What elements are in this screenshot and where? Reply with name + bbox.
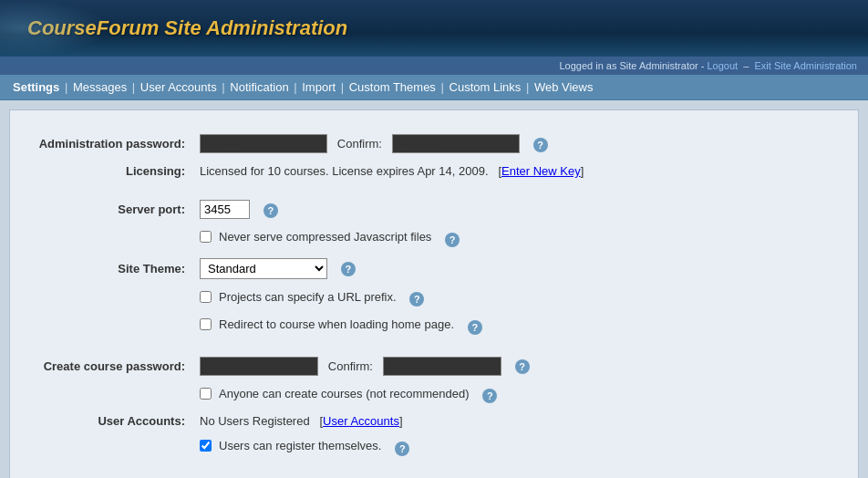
site-theme-help-icon[interactable]: ? — [341, 262, 356, 276]
anyone-create-row: Anyone can create courses (not recommend… — [28, 381, 840, 410]
content-area: Administration password: Confirm: ? Lice… — [9, 109, 859, 478]
confirm-label: Confirm: — [337, 137, 382, 151]
anyone-create-cell: Anyone can create courses (not recommend… — [192, 381, 840, 410]
spacer-1 — [28, 183, 840, 194]
url-prefix-row: Projects can specify a URL prefix. ? — [28, 285, 840, 313]
redirect-cell: Redirect to course when loading home pag… — [192, 312, 840, 340]
licensing-text: Licensed for 10 courses. License expires… — [200, 164, 489, 178]
admin-confirm-input[interactable] — [392, 134, 520, 153]
admin-password-label: Administration password: — [28, 129, 192, 159]
top-bar: Logged in as Site Administrator - Logout… — [0, 57, 868, 75]
user-accounts-link[interactable]: User Accounts — [323, 414, 399, 428]
create-course-pwd-row: Create course password: Confirm: ? — [28, 351, 840, 381]
never-compress-cell: Never serve compressed Javascript files … — [192, 224, 840, 253]
no-users-text: No Users Registered — [200, 414, 310, 428]
create-course-pwd-input[interactable] — [200, 357, 318, 376]
nav-web-views[interactable]: Web Views — [534, 80, 594, 94]
create-course-confirm-label: Confirm: — [328, 359, 373, 373]
url-prefix-help-icon[interactable]: ? — [409, 292, 424, 307]
create-course-help-icon[interactable]: ? — [515, 359, 530, 374]
url-prefix-cell: Projects can specify a URL prefix. ? — [192, 285, 840, 313]
server-port-help-icon[interactable]: ? — [264, 203, 278, 218]
exit-site-admin-link[interactable]: Exit Site Administration — [755, 60, 858, 71]
user-accounts-label: User Accounts: — [28, 409, 192, 433]
users-register-row: Users can register themselves. ? — [28, 433, 840, 462]
nav-custom-links[interactable]: Custom Links — [450, 80, 522, 94]
licensing-label: Licensing: — [28, 159, 192, 183]
licensing-value-cell: Licensed for 10 courses. License expires… — [192, 159, 840, 183]
admin-password-help-icon[interactable]: ? — [533, 138, 548, 152]
users-register-label[interactable]: Users can register themselves. — [200, 439, 381, 452]
header: CourseForum Site Administration — [0, 0, 868, 57]
site-theme-value-cell: Standard Blue Green Red ? — [192, 253, 840, 285]
anyone-create-help-icon[interactable]: ? — [482, 389, 497, 403]
redirect-label[interactable]: Redirect to course when loading home pag… — [200, 317, 454, 331]
site-theme-select[interactable]: Standard Blue Green Red — [200, 258, 327, 279]
server-port-input[interactable] — [200, 200, 250, 219]
enter-new-key-link[interactable]: Enter New Key — [501, 164, 581, 178]
users-register-help-icon[interactable]: ? — [395, 442, 409, 456]
enter-new-key-bracket: [Enter New Key] — [498, 164, 584, 178]
create-course-pwd-cell: Confirm: ? — [192, 351, 840, 381]
anyone-create-checkbox[interactable] — [200, 388, 212, 400]
nav-user-accounts[interactable]: User Accounts — [140, 80, 217, 94]
admin-password-row: Administration password: Confirm: ? — [28, 129, 840, 159]
url-prefix-label[interactable]: Projects can specify a URL prefix. — [200, 290, 397, 304]
nav-custom-themes[interactable]: Custom Themes — [349, 80, 436, 94]
server-port-row: Server port: ? — [28, 194, 840, 224]
redirect-help-icon[interactable]: ? — [468, 320, 482, 335]
nav-messages[interactable]: Messages — [73, 80, 127, 94]
redirect-row: Redirect to course when loading home pag… — [28, 312, 840, 340]
users-register-cell: Users can register themselves. ? — [192, 433, 840, 462]
never-compress-row: Never serve compressed Javascript files … — [28, 224, 840, 253]
nav-bar: Settings | Messages | User Accounts | No… — [0, 75, 868, 100]
licensing-row: Licensing: Licensed for 10 courses. Lice… — [28, 159, 840, 183]
never-compress-label[interactable]: Never serve compressed Javascript files — [200, 230, 431, 244]
logged-in-text: Logged in as Site Administrator - — [559, 60, 707, 71]
site-title: CourseForum Site Administration — [27, 16, 347, 40]
user-accounts-row: User Accounts: No Users Registered [User… — [28, 409, 840, 433]
spacer-2 — [28, 340, 840, 351]
site-theme-row: Site Theme: Standard Blue Green Red ? — [28, 253, 840, 285]
site-theme-label: Site Theme: — [28, 253, 192, 285]
redirect-checkbox[interactable] — [200, 318, 212, 330]
user-accounts-cell: No Users Registered [User Accounts] — [192, 409, 840, 433]
admin-password-input[interactable] — [200, 134, 327, 153]
anyone-create-label[interactable]: Anyone can create courses (not recommend… — [200, 387, 470, 400]
create-course-pwd-label: Create course password: — [28, 351, 192, 381]
users-register-checkbox[interactable] — [200, 440, 212, 452]
never-compress-help-icon[interactable]: ? — [445, 233, 460, 247]
nav-current: Settings — [13, 80, 59, 94]
server-port-value-cell: ? — [192, 194, 840, 224]
nav-import[interactable]: Import — [302, 80, 336, 94]
logout-link[interactable]: Logout — [708, 60, 739, 71]
admin-password-value-cell: Confirm: ? — [192, 129, 840, 159]
create-course-confirm-input[interactable] — [383, 357, 501, 376]
url-prefix-checkbox[interactable] — [200, 291, 212, 303]
server-port-label: Server port: — [28, 194, 192, 224]
settings-form: Administration password: Confirm: ? Lice… — [28, 129, 840, 462]
never-compress-checkbox[interactable] — [200, 231, 212, 243]
nav-notification[interactable]: Notification — [230, 80, 288, 94]
